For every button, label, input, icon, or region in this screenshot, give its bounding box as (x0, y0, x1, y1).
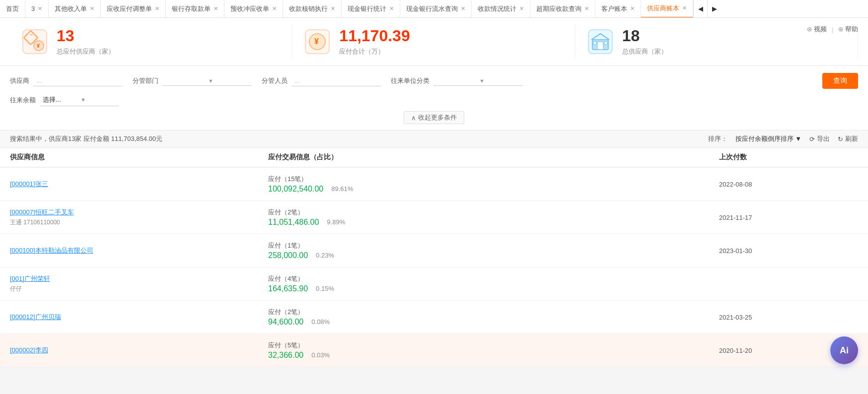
nav-tab-adjustment[interactable]: 应收应付调整单 ✕ (101, 0, 166, 18)
last-pay-cell: 2023-01-30 (719, 247, 858, 255)
trade-cell: 应付（1笔） 258,000.00 0.23% (268, 241, 719, 260)
nav-next-arrow[interactable]: ▶ (707, 0, 721, 18)
trade-amount-row: 94,600.00 0.08% (268, 317, 719, 327)
nav-tab-3[interactable]: 3 ✕ (25, 0, 49, 18)
filter-row-1: 供应商 分管部门 ▼ 分管人员 往来单位分类 ▼ 查询 (10, 73, 858, 89)
nav-tab-other-income[interactable]: 其他收入单 ✕ (49, 0, 101, 18)
nav-tab-payment[interactable]: 收款核销执行 ✕ (283, 0, 342, 18)
supplier-link[interactable]: [000100]本特勒油品有限公司 (10, 247, 93, 254)
trade-label: 应付（4笔） (268, 274, 719, 283)
sort-value[interactable]: 按应付余额倒序排序 ▼ (735, 134, 801, 143)
result-actions: 排序： 按应付余额倒序排序 ▼ ⟳ 导出 ↻ 刷新 (708, 134, 858, 143)
nav-tab-customer-account[interactable]: 客户账本 ✕ (595, 0, 641, 18)
close-icon[interactable]: ✕ (38, 5, 42, 12)
table-row: [000100]本特勒油品有限公司 应付（1笔） 258,000.00 0.23… (0, 234, 868, 267)
last-pay-cell: 2021-11-17 (719, 214, 858, 221)
close-icon[interactable]: ✕ (682, 5, 687, 11)
trade-label: 应付（2笔） (268, 308, 719, 317)
nav-tab-bank[interactable]: 银行存取款单 ✕ (166, 0, 224, 18)
col-header-last-pay: 上次付数 (719, 153, 858, 162)
stat-label-payable-suppliers: 总应付供应商（家） (57, 47, 115, 56)
trade-amount[interactable]: 258,000.00 (268, 251, 308, 260)
nav-tab-supplier-account[interactable]: 供应商账本 ✕ (641, 0, 693, 18)
nav-tab-overdue[interactable]: 超期应收款查询 ✕ (530, 0, 595, 18)
collapse-button[interactable]: ∧ 收起更多条件 (404, 111, 464, 124)
trade-label: 应付（5笔） (268, 341, 719, 350)
table-row: [000001]张三 应付（15笔） 100,092,540.00 89.61%… (0, 168, 868, 201)
close-icon[interactable]: ✕ (461, 5, 465, 12)
close-icon[interactable]: ✕ (155, 5, 159, 12)
collapse-bar: ∧ 收起更多条件 (10, 111, 858, 124)
close-icon[interactable]: ✕ (90, 5, 94, 12)
trade-cell: 应付（2笔） 11,051,486.00 9.89% (268, 208, 719, 227)
trade-cell: 应付（2笔） 94,600.00 0.08% (268, 308, 719, 327)
nav-tab-home[interactable]: 首页 (0, 0, 25, 18)
supplier-link[interactable]: [000001]张三 (10, 180, 48, 188)
supplier-link[interactable]: [000012]广州贝瑞 (10, 313, 61, 321)
close-icon[interactable]: ✕ (519, 5, 524, 12)
collapse-icon: ∧ (411, 114, 416, 122)
close-icon[interactable]: ✕ (584, 5, 589, 12)
trade-amount[interactable]: 11,051,486.00 (268, 218, 319, 227)
close-icon[interactable]: ✕ (214, 5, 218, 12)
trade-amount-row: 100,092,540.00 89.61% (268, 184, 719, 194)
filter-supplier: 供应商 (10, 75, 123, 86)
header-stats: ¥ 13 总应付供应商（家） ¥ 11,170.39 应付合计（万） (0, 18, 868, 66)
refresh-button[interactable]: ↻ 刷新 (838, 134, 858, 143)
trade-amount[interactable]: 100,092,540.00 (268, 185, 323, 194)
ai-assistant-button[interactable]: Ai (830, 336, 858, 364)
result-info-text: 搜索结果中，供应商13家 应付金额 111,703,854.00元 (10, 134, 162, 143)
supplier-cell: [000007]恒旺二手叉车 王通 17106110000 (10, 208, 268, 227)
help-link[interactable]: ⊙ 帮助 (838, 25, 858, 34)
trade-percent: 89.61% (331, 185, 353, 193)
refresh-icon: ↻ (838, 135, 843, 143)
unit-class-filter-select[interactable]: ▼ (434, 76, 523, 86)
supplier-link[interactable]: [000002]李四 (10, 346, 48, 354)
nav-tab-cash-stat[interactable]: 现金银行统计 ✕ (342, 0, 400, 18)
trade-label: 应付（1笔） (268, 241, 719, 250)
stat-label-payable-total: 应付合计（万） (339, 47, 410, 56)
nav-tab-cash-flow[interactable]: 现金银行流水查询 ✕ (400, 0, 472, 18)
supplier-sub: 王通 17106110000 (10, 218, 268, 227)
table-body: [000001]张三 应付（15笔） 100,092,540.00 89.61%… (0, 168, 868, 367)
sort-label: 排序： (708, 134, 727, 143)
table-header: 供应商信息 应付交易信息（占比） 上次付数 (0, 148, 868, 168)
header-actions: ⊙ 视频 | ⊙ 帮助 (807, 25, 858, 34)
stat-info-payable-suppliers: 13 总应付供应商（家） (57, 27, 115, 56)
export-button[interactable]: ⟳ 导出 (809, 134, 830, 143)
stat-block-payable-suppliers: ¥ 13 总应付供应商（家） (10, 24, 292, 60)
svg-text:¥: ¥ (37, 43, 40, 49)
col-header-supplier: 供应商信息 (10, 153, 268, 162)
svg-text:¥: ¥ (314, 37, 319, 46)
trade-percent: 0.03% (311, 351, 330, 359)
person-filter-input[interactable] (291, 75, 381, 86)
trade-percent: 0.08% (311, 318, 330, 326)
trade-amount-row: 32,366.00 0.03% (268, 350, 719, 360)
trade-amount[interactable]: 164,635.90 (268, 284, 308, 293)
nav-tab-prepay[interactable]: 预收冲应收单 ✕ (224, 0, 283, 18)
close-icon[interactable]: ✕ (272, 5, 277, 12)
trade-amount[interactable]: 94,600.00 (268, 318, 303, 327)
supplier-filter-input[interactable] (33, 75, 123, 86)
video-link[interactable]: ⊙ 视频 (807, 25, 827, 34)
dept-filter-select[interactable]: ▼ (162, 76, 252, 86)
balance-filter-select[interactable]: 选择... ▼ (40, 94, 119, 106)
nav-tab-receipt-stat[interactable]: 收款情况统计 ✕ (472, 0, 530, 18)
search-button[interactable]: 查询 (822, 73, 858, 89)
svg-rect-11 (593, 42, 596, 45)
supplier-icon: ¥ (20, 27, 50, 57)
supplier-link[interactable]: [000007]恒旺二手叉车 (10, 208, 74, 216)
supplier-link[interactable]: [001]广州荣轩 (10, 275, 50, 282)
close-icon[interactable]: ✕ (331, 5, 335, 12)
chevron-down-icon: ▼ (80, 97, 116, 103)
close-icon[interactable]: ✕ (630, 5, 635, 12)
trade-cell: 应付（15笔） 100,092,540.00 89.61% (268, 175, 719, 194)
trade-amount[interactable]: 32,366.00 (268, 351, 303, 360)
svg-rect-12 (604, 42, 607, 45)
nav-prev-arrow[interactable]: ◀ (693, 0, 707, 18)
trade-cell: 应付（5笔） 32,366.00 0.03% (268, 341, 719, 360)
filter-area: 供应商 分管部门 ▼ 分管人员 往来单位分类 ▼ 查询 往来余额 选择 (0, 66, 868, 131)
close-icon[interactable]: ✕ (389, 5, 394, 12)
svg-rect-0 (23, 30, 47, 54)
stat-num-payable-total: 11,170.39 (339, 27, 410, 45)
